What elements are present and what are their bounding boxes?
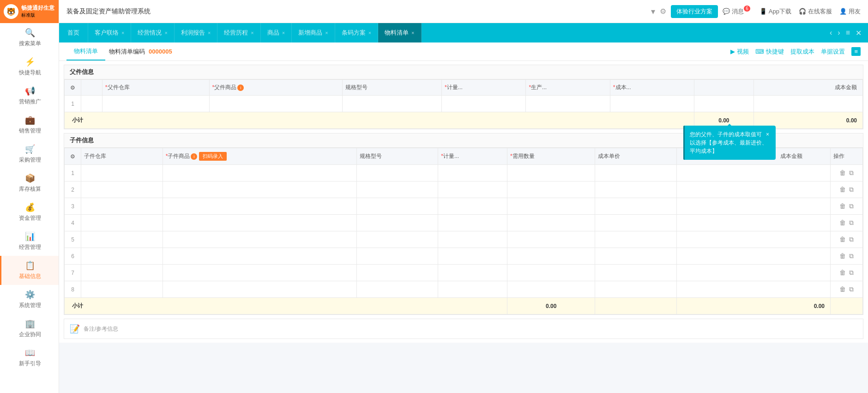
online-service-action[interactable]: 🎧 在线客服 xyxy=(799,7,832,16)
sidebar-item-search[interactable]: 🔍搜索菜单 xyxy=(0,23,59,52)
copy-icon[interactable]: ⧉ xyxy=(849,169,854,176)
child-price-cell[interactable] xyxy=(595,165,677,181)
child-product-cell[interactable] xyxy=(163,281,356,298)
navtab-close-8[interactable]: × xyxy=(411,30,414,36)
copy-icon[interactable]: ⧉ xyxy=(849,186,854,193)
child-warehouse-cell[interactable] xyxy=(81,248,163,265)
copy-icon[interactable]: ⧉ xyxy=(849,285,854,293)
child-qty-cell[interactable] xyxy=(507,181,595,198)
parent-warehouse-cell[interactable] xyxy=(81,96,102,112)
child-qty-cell[interactable] xyxy=(507,281,595,298)
child-warehouse-cell[interactable] xyxy=(81,198,163,215)
sidebar-item-system[interactable]: ⚙️系统管理 xyxy=(0,285,59,314)
view-action[interactable]: ▶ 视频 xyxy=(730,48,749,56)
child-product-info-icon[interactable]: i xyxy=(191,153,197,160)
child-unit-cell[interactable] xyxy=(438,181,507,198)
navtab-8[interactable]: 物料清单× xyxy=(378,23,421,42)
parent-spec-cell[interactable] xyxy=(209,96,342,112)
child-product-cell[interactable] xyxy=(163,265,356,281)
navtab-close-4[interactable]: × xyxy=(251,30,253,36)
delete-icon[interactable]: 🗑 xyxy=(839,219,846,226)
delete-icon[interactable]: 🗑 xyxy=(839,186,846,193)
child-warehouse-cell[interactable] xyxy=(81,215,163,231)
parent-product-info-icon[interactable]: i xyxy=(237,85,244,91)
parent-cost-cell[interactable] xyxy=(526,96,610,112)
child-unit-cell[interactable] xyxy=(438,265,507,281)
child-qty-cell[interactable] xyxy=(507,265,595,281)
navtab-2[interactable]: 经营情况× xyxy=(131,23,174,42)
copy-icon[interactable]: ⧉ xyxy=(849,269,854,276)
child-spec-cell[interactable] xyxy=(356,215,438,231)
trial-btn[interactable]: 体验行业方案 xyxy=(671,5,718,18)
child-unit-cell[interactable] xyxy=(438,165,507,181)
delete-icon[interactable]: 🗑 xyxy=(839,236,846,243)
sidebar-item-corp[interactable]: 🏢企业协同 xyxy=(0,314,59,343)
child-unit-cell[interactable] xyxy=(438,231,507,248)
copy-icon[interactable]: ⧉ xyxy=(849,219,854,226)
child-spec-cell[interactable] xyxy=(356,265,438,281)
navtab-close-6[interactable]: × xyxy=(325,30,328,36)
copy-icon[interactable]: ⧉ xyxy=(849,236,854,243)
sidebar-item-basic[interactable]: 📋基础信息 xyxy=(0,256,59,285)
nav-next-btn[interactable]: › xyxy=(836,28,842,38)
parent-unit-cell[interactable] xyxy=(342,96,441,112)
child-product-cell[interactable] xyxy=(163,198,356,215)
child-warehouse-cell[interactable] xyxy=(81,231,163,248)
child-warehouse-cell[interactable] xyxy=(81,265,163,281)
app-download-action[interactable]: 📱 App下载 xyxy=(760,7,791,16)
parent-prod-cell[interactable] xyxy=(442,96,526,112)
child-spec-cell[interactable] xyxy=(356,165,438,181)
nav-close-all-btn[interactable]: ✕ xyxy=(854,28,863,38)
child-product-cell[interactable] xyxy=(163,248,356,265)
sidebar-item-marketing[interactable]: 📢营销推广 xyxy=(0,81,59,110)
navtab-close-3[interactable]: × xyxy=(208,30,211,36)
extract-cost-action[interactable]: 提取成本 xyxy=(790,48,814,56)
child-qty-cell[interactable] xyxy=(507,165,595,181)
child-qty-cell[interactable] xyxy=(507,231,595,248)
navtab-5[interactable]: 商品× xyxy=(261,23,292,42)
copy-icon[interactable]: ⧉ xyxy=(849,252,854,260)
sidebar-item-inventory[interactable]: 📦库存核算 xyxy=(0,169,59,198)
copy-icon[interactable]: ⧉ xyxy=(849,202,854,210)
sidebar-item-purchase[interactable]: 🛒采购管理 xyxy=(0,139,59,169)
child-price-cell[interactable] xyxy=(595,248,677,265)
topbar-dropdown-icon[interactable]: ▾ xyxy=(651,6,655,17)
child-product-cell[interactable] xyxy=(163,181,356,198)
single-settings-action[interactable]: 单据设置 xyxy=(821,48,845,56)
child-unit-cell[interactable] xyxy=(438,248,507,265)
navtab-close-5[interactable]: × xyxy=(282,30,285,36)
subtab-bill-list[interactable]: 物料清单 xyxy=(66,42,105,60)
navtab-close-7[interactable]: × xyxy=(368,30,371,36)
sidebar-item-sales[interactable]: 💼销售管理 xyxy=(0,110,59,139)
child-product-cell[interactable] xyxy=(163,231,356,248)
navtab-close-1[interactable]: × xyxy=(121,30,124,36)
view-mode-table[interactable]: ≡ xyxy=(851,47,861,56)
child-spec-cell[interactable] xyxy=(356,248,438,265)
child-unit-cell[interactable] xyxy=(438,198,507,215)
sidebar-item-quicknav[interactable]: ⚡快捷导航 xyxy=(0,52,59,81)
child-unit-cell[interactable] xyxy=(438,281,507,298)
user-action[interactable]: 👤 用友 xyxy=(839,7,861,16)
scan-btn[interactable]: 扫码录入 xyxy=(199,152,227,161)
child-spec-cell[interactable] xyxy=(356,181,438,198)
child-qty-cell[interactable] xyxy=(507,198,595,215)
nav-menu-btn[interactable]: ≡ xyxy=(844,28,852,38)
child-qty-cell[interactable] xyxy=(507,248,595,265)
shortcut-action[interactable]: ⌨ 快捷键 xyxy=(755,48,784,56)
delete-icon[interactable]: 🗑 xyxy=(839,202,846,210)
child-qty-cell[interactable] xyxy=(507,215,595,231)
message-action[interactable]: 💬 消息 6 xyxy=(723,7,752,16)
child-spec-cell[interactable] xyxy=(356,281,438,298)
sidebar-item-operations[interactable]: 📊经营管理 xyxy=(0,227,59,256)
parent-product-cell[interactable] xyxy=(102,96,209,112)
delete-icon[interactable]: 🗑 xyxy=(839,169,846,176)
nav-prev-btn[interactable]: ‹ xyxy=(828,28,834,38)
child-spec-cell[interactable] xyxy=(356,198,438,215)
child-unit-cell[interactable] xyxy=(438,215,507,231)
settings-icon[interactable]: ⚙ xyxy=(660,7,666,16)
child-price-cell[interactable] xyxy=(595,198,677,215)
tooltip-close-btn[interactable]: × xyxy=(766,130,769,139)
child-warehouse-cell[interactable] xyxy=(81,281,163,298)
child-price-cell[interactable] xyxy=(595,231,677,248)
navtab-0[interactable]: 首页 xyxy=(59,23,88,42)
